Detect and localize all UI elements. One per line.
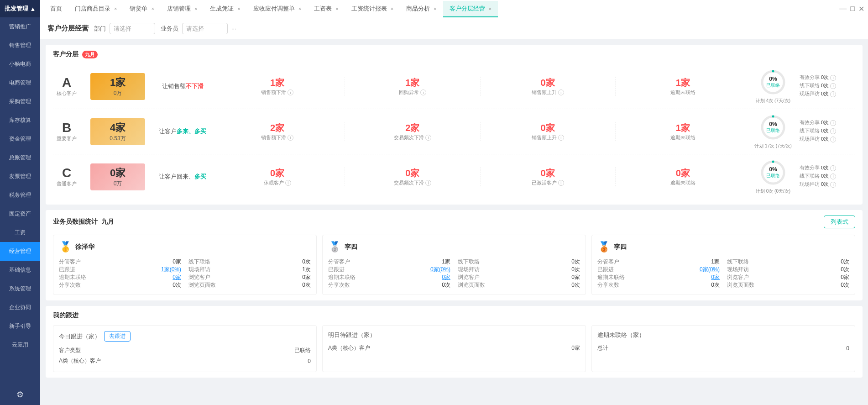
sidebar-item-工资[interactable]: 工资 [0,223,40,242]
sidebar-title[interactable]: 批发管理 ▲ [0,0,40,17]
sidebar-item-企业协同[interactable]: 企业协同 [0,298,40,317]
tab-工资表[interactable]: 工资表× [308,1,345,17]
biz-agent-name-1: 李四 [345,243,357,251]
biz-stats-grid-1: 分管客户 1家已跟进 0家(0%)逾期未联络 0家分享次数 0次线下联络 0次现… [328,258,580,289]
tier-desc-C: 让客户回来、多买 [155,173,210,181]
tab-门店商品目录[interactable]: 门店商品目录× [68,1,123,17]
tab-店铺管理[interactable]: 店铺管理× [161,1,204,17]
sidebar-item-新手引导[interactable]: 新手引导 [0,317,40,336]
sidebar-item-资金管理[interactable]: 资金管理 [0,130,40,148]
sidebar-item-税务管理[interactable]: 税务管理 [0,186,40,205]
sales-filter: 业务员 请选择 ··· [161,23,236,34]
sidebar-item-电商管理[interactable]: 电商管理 [0,74,40,92]
tab-close-生成凭证[interactable]: × [237,6,240,11]
filter-more-icon[interactable]: ··· [231,25,236,32]
tier-shape-A: 1家 0万 [86,73,150,100]
sidebar-item-小畅电商[interactable]: 小畅电商 [0,55,40,74]
tier-stat-逾期未联络[interactable]: 1家 逾期未联络 [616,77,750,96]
tier-stat-已激活客户[interactable]: 0家 已激活客户i [481,167,616,186]
tab-应收应付调整单[interactable]: 应收应付调整单× [247,1,308,17]
right-stat-线下联络: 线下联络 0次 i [800,127,855,134]
tab-close-销货单[interactable]: × [151,6,154,11]
sidebar-item-总账管理[interactable]: 总账管理 [0,148,40,167]
biz-stat-逾期未联络-2: 逾期未联络 0家 [597,274,720,281]
dept-select[interactable]: 请选择 [110,23,155,34]
right-stat-线下联络: 线下联络 0次 i [800,173,855,179]
tier-stat-交易频次下滑[interactable]: 0家 交易频次下滑i [345,167,480,186]
tier-stat-休眠客户[interactable]: 0家 休眠客户i [210,167,345,186]
tab-close-工资统计报表[interactable]: × [391,6,393,11]
goto-followup-button[interactable]: 去跟进 [104,331,131,342]
tab-close-应收应付调整单[interactable]: × [298,6,301,11]
medal-icon-2: 🥉 [597,241,610,253]
list-view-button[interactable]: 列表式 [824,216,855,228]
tier-circle-C: 0% 已联络 计划 0次 (0天/次) [750,159,796,195]
tab-销货单[interactable]: 销货单× [123,1,160,17]
right-stat-有效分享: 有效分享 0次 i [800,74,855,81]
sidebar-item-库存核算[interactable]: 库存核算 [0,111,40,130]
sidebar-settings-icon[interactable]: ⚙ [0,384,40,405]
tier-stat-销售额上升[interactable]: 0家 销售额上升i [481,77,616,96]
tab-工资统计报表[interactable]: 工资统计报表× [345,1,400,17]
sidebar-item-销售管理[interactable]: 销售管理 [0,36,40,55]
biz-card-2: 🥉 李四分管客户 1家已跟进 0家(0%)逾期未联络 0家分享次数 0次线下联络… [591,235,855,295]
tier-circle-B: 0% 已联络 计划 17次 (7天/次) [750,114,796,149]
sidebar-item-发票管理[interactable]: 发票管理 [0,167,40,186]
sidebar: 批发管理 ▲ 营销推广销售管理小畅电商电商管理采购管理库存核算资金管理总账管理发… [0,0,40,405]
tab-close-门店商品目录[interactable]: × [114,6,117,11]
tier-right-stats-B: 有效分享 0次 i线下联络 0次 i现场拜访 0次 i [796,119,855,144]
right-stat-现场拜访: 现场拜访 0次 i [800,90,855,97]
sidebar-item-营销推广[interactable]: 营销推广 [0,17,40,36]
tab-close-icon[interactable]: ✕ [858,5,864,13]
tier-stat-逾期未联络[interactable]: 0家 逾期未联络 [616,167,750,186]
tier-stat-销售额下滑[interactable]: 1家 销售额下滑i [210,77,345,96]
sidebar-item-系统管理[interactable]: 系统管理 [0,279,40,298]
tab-close-店铺管理[interactable]: × [194,6,197,11]
biz-card-header-2: 🥉 李四 [597,241,849,253]
tab-restore-icon[interactable]: □ [850,5,855,13]
sidebar-item-采购管理[interactable]: 采购管理 [0,92,40,111]
followup-rows-0: 客户类型已联络A类（核心）客户0 [59,345,311,366]
tab-close-商品分析[interactable]: × [434,6,436,11]
biz-stat-已跟进-0: 已跟进 1家(0%) [59,266,181,274]
tab-close-工资表[interactable]: × [335,6,338,11]
sidebar-item-云应用[interactable]: 云应用 [0,336,40,354]
biz-stat-浏览页面数-0: 浏览页面数 0次 [188,281,311,289]
tier-stat-销售额上升[interactable]: 0家 销售额上升i [481,122,616,141]
biz-stat-线下联络-2: 线下联络 0次 [727,258,849,266]
tier-row-C: C普通客户 0家 0万 让客户回来、多买0家 休眠客户i0家 交易频次下滑i0家… [53,154,855,199]
sidebar-item-固定资产[interactable]: 固定资产 [0,205,40,223]
sidebar-item-基础信息[interactable]: 基础信息 [0,261,40,279]
biz-stat-逾期未联络-1: 逾期未联络 0家 [328,274,450,281]
followup-title: 我的跟进 [53,311,855,320]
tab-生成凭证[interactable]: 生成凭证× [204,1,246,17]
medal-icon-1: 🥈 [328,241,341,253]
tier-stat-逾期未联络[interactable]: 1家 逾期未联络 [616,122,750,141]
tier-desc-A: 让销售额不下滑 [155,82,210,90]
tier-stats-C: 0家 休眠客户i0家 交易频次下滑i0家 已激活客户i0家 逾期未联络 [210,167,750,186]
followup-card-2: 逾期未联络（家）总计0 [591,325,855,372]
tier-stat-销售额下滑[interactable]: 2家 销售额下滑i [210,122,345,141]
page-header: 客户分层经营 部门 请选择 业务员 请选择 ··· [40,18,868,39]
sidebar-item-经营管理[interactable]: 经营管理 [0,242,40,261]
biz-card-0: 🥇 徐泽华分管客户 0家已跟进 1家(0%)逾期未联络 0家分享次数 0次线下联… [53,235,317,295]
tier-stat-交易频次下滑[interactable]: 2家 交易频次下滑i [345,122,480,141]
biz-stat-线下联络-0: 线下联络 0次 [188,258,311,266]
biz-stat-浏览客户-2: 浏览客户 0家 [727,274,849,281]
followup-rows-1: A类（核心）客户0家 [328,343,580,353]
tab-bar: 首页门店商品目录×销货单×店铺管理×生成凭证×应收应付调整单×工资表×工资统计报… [40,0,868,18]
biz-stat-已跟进-2: 已跟进 0家(0%) [597,266,720,274]
tab-minimize-icon[interactable]: — [839,5,847,13]
tab-首页[interactable]: 首页 [44,1,68,17]
tab-商品分析[interactable]: 商品分析× [400,1,443,17]
biz-stat-分享次数-1: 分享次数 0次 [328,281,450,289]
tier-stat-回购异常[interactable]: 1家 回购异常i [345,77,480,96]
followup-card-title-0: 今日跟进（家）去跟进 [59,331,311,342]
tab-close-客户分层经营[interactable]: × [489,6,492,11]
biz-stat-已跟进-1: 已跟进 0家(0%) [328,266,450,274]
sales-select[interactable]: 请选择 [182,23,228,34]
right-stat-有效分享: 有效分享 0次 i [800,164,855,171]
dept-label: 部门 [94,25,106,33]
tab-客户分层经营[interactable]: 客户分层经营× [443,1,498,17]
biz-stat-分享次数-2: 分享次数 0次 [597,281,720,289]
